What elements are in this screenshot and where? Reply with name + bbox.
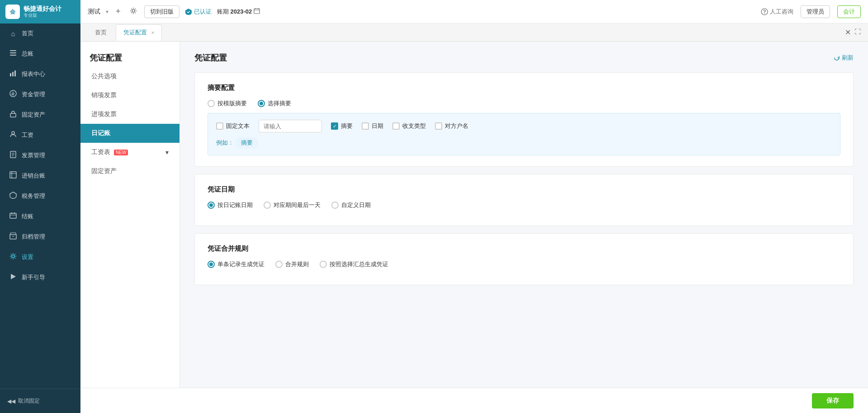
calendar-icon[interactable] (254, 8, 260, 15)
sidebar-item-label: 设置 (22, 253, 33, 261)
date-journal-option[interactable]: 按日记账日期 (208, 201, 253, 209)
sidebar-item-archive[interactable]: 归档管理 (0, 226, 80, 247)
summary-section: 摘要配置 按模版摘要 选择摘要 固定文本 (194, 72, 854, 167)
summary-checkbox[interactable]: 摘要 (331, 122, 353, 130)
merge-single-radio[interactable] (208, 261, 215, 268)
tab-voucher-config[interactable]: 凭证配置 × (116, 24, 162, 41)
cancel-fixed-button[interactable]: ◀◀ 取消固定 (0, 394, 80, 408)
sidebar-item-label: 资金管理 (22, 90, 45, 99)
add-button[interactable]: + (114, 7, 123, 16)
svg-rect-7 (10, 113, 16, 117)
svg-rect-16 (254, 9, 259, 14)
payroll-chevron-icon: ▾ (165, 149, 169, 156)
summary-radio-group: 按模版摘要 选择摘要 (208, 99, 840, 108)
sidebar-item-label: 固定资产 (22, 111, 45, 119)
sidebar: 会 畅捷通好会计 专业版 ⌂ 首页 总账 报表中心 资金 (0, 0, 80, 413)
accountant-button[interactable]: 会计 (837, 5, 861, 18)
summary-select-option[interactable]: 选择摘要 (258, 99, 291, 108)
sidebar-item-settings[interactable]: 设置 (0, 247, 80, 267)
summary-template-option[interactable]: 按模版摘要 (208, 99, 247, 108)
sidebar-item-close[interactable]: 结账 (0, 206, 80, 226)
main-content: 凭证配置 刷新 摘要配置 按模版摘要 选择摘要 (180, 42, 868, 388)
sidebar-item-assets[interactable]: 固定资产 (0, 104, 80, 125)
merge-rule-radio[interactable] (275, 261, 283, 268)
project-chevron-icon[interactable]: ▾ (106, 9, 108, 15)
left-nav-item-payroll[interactable]: 工资表 NEW ▾ (80, 143, 179, 162)
sales-icon (9, 171, 17, 180)
verified-badge: 已认证 (185, 8, 212, 16)
left-nav-item-sales-invoice[interactable]: 销项发票 (80, 86, 179, 105)
left-nav-item-journal[interactable]: 日记账 (80, 124, 179, 143)
merge-section: 凭证合并规则 单条记录生成凭证 合并规则 按照选择汇总生成凭证 (194, 233, 854, 285)
refresh-button[interactable]: 刷新 (834, 54, 854, 62)
pay-type-checkbox[interactable]: 收支类型 (392, 122, 426, 130)
left-nav-item-fixed-assets[interactable]: 固定资产 (80, 162, 179, 181)
sidebar-item-funds[interactable]: 资金管理 (0, 84, 80, 104)
switch-old-version-button[interactable]: 切到旧版 (144, 5, 179, 18)
salary-icon (9, 131, 17, 139)
counterpart-checkbox-box[interactable] (435, 122, 442, 130)
invoice-icon (9, 151, 17, 160)
svg-marker-14 (11, 274, 16, 279)
sidebar-bottom: ◀◀ 取消固定 (0, 389, 80, 413)
summary-options-box: 固定文本 摘要 日期 收支类型 (208, 113, 840, 155)
counterpart-checkbox[interactable]: 对方户名 (435, 122, 468, 130)
sidebar-item-tax[interactable]: 税务管理 (0, 186, 80, 206)
svg-rect-12 (10, 235, 16, 239)
summary-title: 摘要配置 (208, 84, 840, 92)
sidebar-logo: 会 畅捷通好会计 专业版 (0, 0, 80, 23)
date-checkbox[interactable]: 日期 (362, 122, 383, 130)
summary-select-radio[interactable] (258, 100, 265, 107)
tab-close-icon[interactable]: × (151, 30, 154, 35)
date-period-end-option[interactable]: 对应期间最后一天 (264, 201, 321, 209)
manager-button[interactable]: 管理员 (801, 5, 830, 18)
save-button[interactable]: 保存 (812, 393, 854, 408)
svg-point-8 (12, 131, 14, 134)
sidebar-item-sales[interactable]: 进销台账 (0, 165, 80, 186)
consult-button[interactable]: 人工咨询 (761, 8, 793, 16)
date-journal-radio[interactable] (208, 202, 215, 209)
fixed-text-input[interactable] (259, 120, 322, 132)
svg-rect-3 (10, 73, 11, 76)
svg-point-15 (132, 9, 135, 12)
date-custom-radio[interactable] (331, 202, 339, 209)
date-checkbox-box[interactable] (362, 122, 369, 130)
summary-template-radio[interactable] (208, 100, 215, 107)
sidebar-item-salary[interactable]: 工资 (0, 125, 80, 145)
tab-home[interactable]: 首页 (88, 25, 114, 40)
sidebar-item-label: 结账 (22, 212, 33, 221)
pay-type-checkbox-box[interactable] (392, 122, 400, 130)
svg-point-18 (764, 13, 765, 14)
merge-summary-option[interactable]: 按照选择汇总生成凭证 (320, 260, 388, 268)
sidebar-item-invoice[interactable]: 发票管理 (0, 145, 80, 165)
content-area: 凭证配置 公共选项 销项发票 进项发票 日记账 工资表 NEW ▾ 固定资 (80, 42, 868, 388)
app-edition: 专业版 (24, 12, 61, 19)
left-nav-item-public[interactable]: 公共选项 (80, 67, 179, 86)
sidebar-item-reports[interactable]: 报表中心 (0, 64, 80, 84)
sidebar-item-guide[interactable]: 新手引导 (0, 267, 80, 287)
date-period-end-radio[interactable] (264, 202, 271, 209)
merge-rule-option[interactable]: 合并规则 (275, 260, 309, 268)
left-nav-item-purchase-invoice[interactable]: 进项发票 (80, 105, 179, 124)
merge-summary-radio[interactable] (320, 261, 327, 268)
sidebar-item-label: 归档管理 (22, 233, 45, 241)
close-accounts-icon (9, 212, 17, 221)
date-custom-option[interactable]: 自定义日期 (331, 201, 371, 209)
sidebar-item-ledger[interactable]: 总账 (0, 43, 80, 64)
project-name: 测试 (88, 8, 100, 16)
summary-checkbox-box[interactable] (331, 122, 338, 130)
tab-bar-expand-icon[interactable]: ⛶ (854, 28, 861, 37)
gear-button[interactable] (128, 7, 139, 16)
fixed-text-checkbox-box[interactable] (216, 122, 223, 130)
footer: 保存 (80, 388, 868, 413)
merge-single-option[interactable]: 单条记录生成凭证 (208, 260, 264, 268)
guide-icon (9, 273, 17, 282)
sidebar-item-label: 首页 (22, 29, 33, 38)
svg-rect-1 (10, 52, 16, 53)
sidebar-item-home[interactable]: ⌂ 首页 (0, 23, 80, 43)
fixed-text-checkbox[interactable]: 固定文本 (216, 122, 250, 130)
tab-bar-close-icon[interactable]: ✕ (845, 28, 851, 37)
sidebar-scroll: ⌂ 首页 总账 报表中心 资金管理 固定资产 (0, 23, 80, 389)
merge-radio-group: 单条记录生成凭证 合并规则 按照选择汇总生成凭证 (208, 260, 840, 268)
sidebar-item-label: 税务管理 (22, 192, 45, 200)
